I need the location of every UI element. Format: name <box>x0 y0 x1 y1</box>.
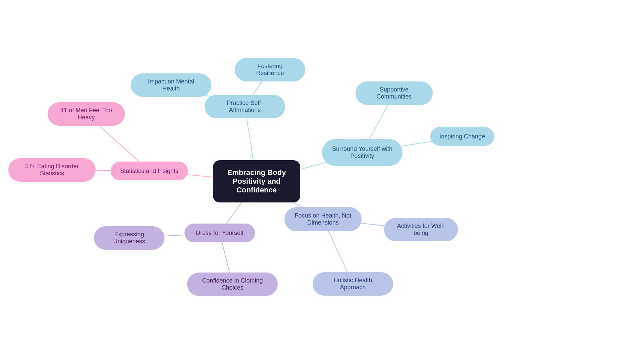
node-label-confidence-clothing: Confidence in Clothing Choices <box>195 277 270 291</box>
node-57-eating-disorder[interactable]: 57+ Eating Disorder Statistics <box>8 158 96 182</box>
node-label-surround-positivity: Surround Yourself with Positivity <box>330 145 394 160</box>
node-supportive-communities[interactable]: Supportive Communities <box>356 81 433 105</box>
node-impact-mental-health[interactable]: Impact on Mental Health <box>131 73 211 97</box>
node-label-practice-self-affirmations: Practice Self-Affirmations <box>213 100 277 114</box>
node-label-fostering-resilience: Fostering Resilience <box>243 63 297 77</box>
node-label-inspiring-change: Inspiring Change <box>439 133 485 140</box>
node-surround-positivity[interactable]: Surround Yourself with Positivity <box>322 139 402 166</box>
node-statistics-insights[interactable]: Statistics and Insights <box>111 162 188 180</box>
node-center[interactable]: Embracing Body Positivity and Confidence <box>213 160 300 202</box>
node-label-impact-mental-health: Impact on Mental Health <box>139 78 203 92</box>
node-focus-health[interactable]: Focus on Health, Not Dimensions <box>284 207 362 231</box>
node-label-focus-health: Focus on Health, Not Dimensions <box>292 212 354 226</box>
node-label-41-men-feel-too-heavy: 41 of Men Feel Too Heavy <box>56 107 117 121</box>
node-practice-self-affirmations[interactable]: Practice Self-Affirmations <box>205 95 285 118</box>
node-label-57-eating-disorder: 57+ Eating Disorder Statistics <box>16 163 88 177</box>
connections-svg <box>0 0 644 363</box>
node-label-supportive-communities: Supportive Communities <box>364 86 425 100</box>
node-fostering-resilience[interactable]: Fostering Resilience <box>235 58 305 81</box>
node-activities-wellbeing[interactable]: Activities for Well-being <box>384 218 458 241</box>
node-label-activities-wellbeing: Activities for Well-being <box>392 223 450 237</box>
node-dress-for-yourself[interactable]: Dress for Yourself <box>184 224 255 242</box>
node-label-center: Embracing Body Positivity and Confidence <box>223 168 290 194</box>
node-expressing-uniqueness[interactable]: Expressing Uniqueness <box>94 226 164 250</box>
node-label-statistics-insights: Statistics and Insights <box>120 168 178 175</box>
node-inspiring-change[interactable]: Inspiring Change <box>430 127 494 146</box>
node-label-holistic-health: Holistic Health Approach <box>321 277 385 291</box>
node-label-dress-for-yourself: Dress for Yourself <box>196 230 244 237</box>
node-holistic-health[interactable]: Holistic Health Approach <box>313 272 393 296</box>
node-confidence-clothing[interactable]: Confidence in Clothing Choices <box>187 273 278 296</box>
node-label-expressing-uniqueness: Expressing Uniqueness <box>102 231 156 245</box>
node-41-men-feel-too-heavy[interactable]: 41 of Men Feel Too Heavy <box>48 102 125 126</box>
mindmap-container: Embracing Body Positivity and Confidence… <box>0 0 644 363</box>
